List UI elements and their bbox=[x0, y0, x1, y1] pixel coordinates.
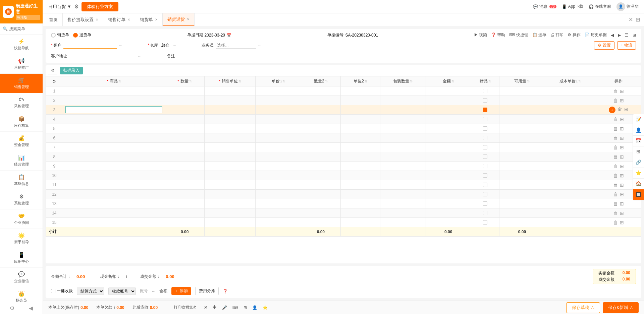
gift-checkbox[interactable] bbox=[483, 183, 487, 187]
available-cell[interactable] bbox=[499, 115, 545, 124]
sidebar-item-purchase[interactable]: 🛍 采购管理 bbox=[0, 93, 43, 112]
radio-sales-bill[interactable]: 销货单 bbox=[51, 32, 69, 38]
qty2-cell[interactable] bbox=[301, 96, 340, 105]
sort-amount-icon[interactable]: ⇅ bbox=[451, 79, 454, 83]
copy-row-btn[interactable]: ⊞ bbox=[620, 201, 624, 206]
sales-unit-cell[interactable] bbox=[205, 105, 256, 115]
salesperson-dots[interactable]: ··· bbox=[258, 43, 261, 48]
qty-cell[interactable] bbox=[165, 180, 204, 190]
available-cell[interactable] bbox=[499, 105, 545, 115]
unit-price-cell[interactable] bbox=[256, 171, 301, 180]
gift-checkbox[interactable] bbox=[483, 220, 487, 225]
address-dots[interactable]: ··· bbox=[138, 54, 142, 59]
cost-price-cell[interactable] bbox=[545, 105, 596, 115]
pack-qty-cell[interactable] bbox=[380, 133, 426, 143]
amount-cell[interactable] bbox=[426, 180, 471, 190]
video-btn[interactable]: ▶ 视频 bbox=[474, 32, 487, 38]
sort-product-icon[interactable]: ⇅ bbox=[118, 79, 121, 83]
pack-qty-cell[interactable] bbox=[380, 218, 426, 227]
qty-cell[interactable] bbox=[165, 133, 204, 143]
cost-price-cell[interactable] bbox=[545, 208, 596, 218]
sort-pack-icon[interactable]: ⇅ bbox=[410, 79, 413, 83]
gift-checkbox[interactable] bbox=[483, 145, 487, 149]
sales-unit-cell[interactable] bbox=[205, 199, 256, 208]
unit-price-info-icon[interactable]: ℹ bbox=[280, 79, 282, 83]
available-cell[interactable] bbox=[499, 133, 545, 143]
pack-qty-cell[interactable] bbox=[380, 143, 426, 152]
sales-unit-cell[interactable] bbox=[205, 152, 256, 162]
amount-cell[interactable] bbox=[426, 133, 471, 143]
calc-method-select[interactable]: 结算方式 bbox=[77, 288, 104, 295]
pack-qty-cell[interactable] bbox=[380, 171, 426, 180]
gift-checkbox[interactable] bbox=[483, 154, 487, 159]
available-cell[interactable] bbox=[499, 190, 545, 199]
qty-cell[interactable] bbox=[165, 86, 204, 96]
industry-selector[interactable]: 日用百货 ▼ bbox=[48, 4, 71, 10]
product-cell[interactable] bbox=[63, 86, 165, 96]
copy-row-btn[interactable]: ⊞ bbox=[620, 164, 624, 169]
address-input[interactable] bbox=[69, 53, 136, 59]
gift-checkbox[interactable] bbox=[483, 108, 487, 112]
sales-unit-cell[interactable] bbox=[205, 180, 256, 190]
product-cell[interactable] bbox=[63, 199, 165, 208]
available-cell[interactable] bbox=[499, 86, 545, 96]
unit2-cell[interactable] bbox=[341, 124, 380, 133]
sales-unit-cell[interactable] bbox=[205, 143, 256, 152]
cost-price-cell[interactable] bbox=[545, 86, 596, 96]
cost-price-cell[interactable] bbox=[545, 133, 596, 143]
app-download-btn[interactable]: 📱 App下载 bbox=[562, 4, 583, 9]
right-icon-1[interactable]: 📝 bbox=[633, 114, 644, 125]
sales-unit-cell[interactable] bbox=[205, 171, 256, 180]
unit2-cell[interactable] bbox=[341, 143, 380, 152]
add-btn[interactable]: ＋ 添加 bbox=[171, 287, 191, 295]
right-icon-8[interactable]: 🔲 bbox=[633, 189, 644, 200]
qty-cell[interactable] bbox=[165, 96, 204, 105]
product-cell[interactable] bbox=[63, 124, 165, 133]
amount-cell[interactable] bbox=[426, 190, 471, 199]
unit2-cell[interactable] bbox=[341, 96, 380, 105]
pack-qty-cell[interactable] bbox=[380, 199, 426, 208]
product-cell[interactable] bbox=[63, 96, 165, 105]
gift-checkbox[interactable] bbox=[483, 173, 487, 178]
qty-cell[interactable] bbox=[165, 208, 204, 218]
discount-info-icon[interactable]: ℹ bbox=[126, 274, 127, 279]
sort-price-icon[interactable]: ⇅ bbox=[282, 79, 285, 83]
product-cell[interactable] bbox=[63, 190, 165, 199]
amount-cell[interactable] bbox=[426, 115, 471, 124]
sidebar-item-inventory[interactable]: 📦 库存核算 bbox=[0, 112, 43, 132]
qty2-cell[interactable] bbox=[301, 105, 340, 115]
copy-row-btn[interactable]: ⊞ bbox=[620, 182, 624, 188]
sort-unit-icon[interactable]: ⇅ bbox=[238, 79, 241, 83]
amount-cell[interactable] bbox=[426, 208, 471, 218]
tab-layout-icon[interactable]: ⊞ bbox=[636, 16, 640, 23]
sidebar-item-member[interactable]: 👑 畅会员 bbox=[0, 287, 43, 302]
pack-qty-cell[interactable] bbox=[380, 162, 426, 171]
sales-unit-cell[interactable] bbox=[205, 162, 256, 171]
sidebar-item-guide[interactable]: 🌟 新手引导 bbox=[0, 229, 43, 248]
unit-price-cell[interactable] bbox=[256, 218, 301, 227]
cost-price-cell[interactable] bbox=[545, 124, 596, 133]
customer-input[interactable] bbox=[63, 42, 117, 49]
unit2-cell[interactable] bbox=[341, 115, 380, 124]
unit-price-cell[interactable] bbox=[256, 96, 301, 105]
unit2-cell[interactable] bbox=[341, 152, 380, 162]
tab-close-icon[interactable]: ✕ bbox=[96, 18, 98, 21]
right-icon-3[interactable]: 📅 bbox=[633, 136, 644, 146]
warehouse-dots[interactable]: ··· bbox=[173, 43, 176, 48]
customer-dots[interactable]: ··· bbox=[119, 43, 122, 48]
user-profile-btn[interactable]: 👤 徐泽华 bbox=[616, 2, 639, 11]
sort-avail-icon[interactable]: ⇅ bbox=[527, 79, 530, 83]
radio-return-bill[interactable]: 退货单 bbox=[73, 32, 91, 38]
cost-price-cell[interactable] bbox=[545, 190, 596, 199]
delete-row-btn[interactable]: 🗑 bbox=[613, 192, 618, 197]
copy-row-btn[interactable]: ⊞ bbox=[620, 154, 624, 160]
sidebar-item-basic-info[interactable]: 📋 基础信息 bbox=[0, 171, 43, 190]
product-cell[interactable] bbox=[63, 171, 165, 180]
sort-gift-icon[interactable]: ⇅ bbox=[488, 79, 491, 83]
gift-checkbox[interactable] bbox=[483, 192, 487, 196]
pack-qty-cell[interactable] bbox=[380, 180, 426, 190]
available-cell[interactable] bbox=[499, 171, 545, 180]
cost-price-cell[interactable] bbox=[545, 152, 596, 162]
available-cell[interactable] bbox=[499, 199, 545, 208]
tab-close-icon[interactable]: ✕ bbox=[187, 17, 190, 21]
